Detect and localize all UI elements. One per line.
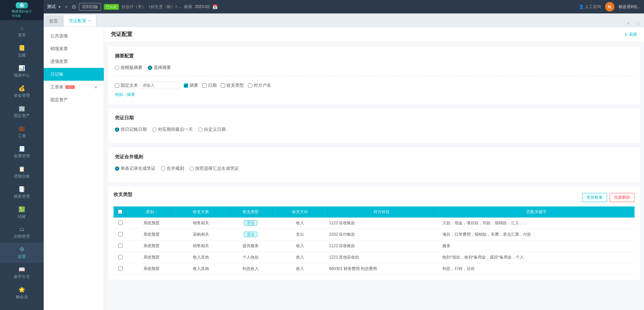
row-checkbox[interactable] (118, 221, 123, 225)
left-menu-label: 销项发票 (50, 46, 68, 52)
date-radio-custom[interactable]: 自定义日期 (198, 126, 226, 132)
left-menu-label: 日记账 (50, 71, 63, 77)
tab-close-icon[interactable]: × (88, 18, 91, 23)
sidebar-item-设置[interactable]: ⚙设置 (0, 243, 44, 263)
radio-input[interactable] (161, 166, 165, 171)
radio-input[interactable] (148, 66, 152, 70)
sidebar-item-资金管理[interactable]: 💰资金管理 (0, 82, 44, 102)
row-checkbox[interactable] (118, 243, 123, 248)
settings-icon[interactable]: ⚙ (72, 4, 76, 10)
left-menu-item-销项发票[interactable]: 销项发票 (44, 42, 104, 55)
sidebar-item-报表中心[interactable]: 📊报表中心 (0, 62, 44, 82)
checkbox-input[interactable] (221, 83, 225, 88)
add-icon[interactable]: ＋ (63, 3, 69, 10)
left-menu-item-进项发票[interactable]: 进项发票 (44, 55, 104, 68)
sidebar-item-总账[interactable]: 📒总账 (0, 41, 44, 62)
tab-首页[interactable]: 首页 (44, 16, 63, 27)
merge-radio-summary[interactable]: 按照选择汇总生成凭证 (189, 165, 239, 171)
close-window-button[interactable]: × (625, 20, 632, 27)
checkbox-input[interactable] (184, 83, 188, 88)
override-tag[interactable]: 置顶 (244, 232, 257, 237)
tab-凭证配置[interactable]: 凭证配置× (63, 15, 96, 27)
checkbox-label: 对方户名 (254, 82, 271, 88)
tab-label: 首页 (49, 18, 58, 24)
sidebar-item-首页[interactable]: ⌂首页 (0, 22, 44, 41)
refresh-button[interactable]: ↻ 刷新 (625, 32, 637, 37)
sidebar-item-税务管理[interactable]: 📑税务管理 (0, 183, 44, 203)
col-header-major: 收支大类 (176, 206, 226, 218)
sidebar-item-新手引导[interactable]: 📖新手引导 (0, 263, 44, 283)
cell-keywords: 服务 (438, 240, 634, 252)
left-menu-item-工资表[interactable]: 工资表NEW▾ (44, 81, 104, 93)
page-header: 凭证配置 ↻ 刷新 (104, 27, 644, 42)
checkbox-label: 摘要 (189, 82, 198, 88)
sidebar-item-畅会员[interactable]: 🌟畅会员 (0, 283, 44, 303)
sidebar-item-工资[interactable]: 💼工资 (0, 122, 44, 142)
summary-checkbox-摘要[interactable]: 摘要 (184, 82, 198, 88)
refresh-icon: ↻ (625, 32, 628, 37)
radio-label: 选择摘要 (154, 65, 171, 71)
cell-category: 系统预置 (127, 263, 176, 275)
update-count-button[interactable]: 更新数量 (582, 193, 607, 202)
nav-icon: 📖 (18, 266, 25, 273)
workspace-dropdown[interactable]: ▾ (58, 4, 61, 9)
col-header-keyword: 匹配关键字 (438, 206, 634, 218)
cell-account: 1122 应收账款 (325, 218, 438, 229)
left-menu-item-固定资产[interactable]: 固定资产 (44, 93, 104, 106)
maximize-window-button[interactable]: □ (635, 20, 641, 27)
radio-input[interactable] (152, 127, 157, 132)
checkbox-input[interactable] (248, 83, 252, 88)
row-checkbox[interactable] (118, 266, 123, 271)
radio-input[interactable] (189, 166, 194, 171)
select-all-checkbox[interactable] (118, 209, 122, 214)
income-expense-table: 类别 ↓ 收支大类 收支类型 收支方向 对方科目 匹配关键字 系统预置销售相关置… (114, 206, 635, 275)
batch-delete-button[interactable]: 批量删除 (610, 193, 635, 202)
col-header-account: 对方科目 (325, 206, 438, 218)
period-value: 2023-02 (195, 4, 210, 9)
merge-radio-merge[interactable]: 合并规则 (161, 165, 184, 171)
summary-checkbox-日期[interactable]: 日期 (202, 82, 217, 88)
old-version-button[interactable]: 切到旧版 (79, 3, 101, 11)
cell-keywords: 项目，日常费用，报销款，车费，承兑汇票，付款 (438, 229, 634, 240)
summary-checkbox-收支类型[interactable]: 收支类型 (221, 82, 244, 88)
row-checkbox[interactable] (118, 255, 123, 259)
radio-input[interactable] (115, 66, 119, 70)
merge-rules-radio-group: 单条记录生成凭证合并规则按照选择汇总生成凭证 (115, 165, 633, 171)
sidebar-item-进销台账[interactable]: 📋进销台账 (0, 162, 44, 183)
checkbox-label: 收支类型 (226, 82, 244, 88)
cell-keywords: 利息，行转，活存 (438, 263, 634, 275)
left-menu-item-日记账[interactable]: 日记账 (44, 68, 104, 81)
fixed-text-input[interactable] (139, 82, 180, 89)
override-tag[interactable]: 置顶 (244, 220, 257, 226)
calendar-icon[interactable]: 📅 (212, 4, 218, 9)
date-radio-last_day[interactable]: 对应期间最后一天 (152, 126, 193, 132)
left-menu-item-公共选项[interactable]: 公共选项 (44, 30, 104, 42)
radio-input[interactable] (198, 127, 203, 132)
cell-direction: 收入 (275, 263, 325, 275)
sidebar-item-归档管理[interactable]: 🗂归档管理 (0, 223, 44, 243)
cell-major: 销售相关 (176, 218, 226, 229)
consult-button[interactable]: 👤 人工咨询 (579, 4, 601, 10)
merge-radio-single[interactable]: 单条记录生成凭证 (115, 165, 156, 171)
summary-radio-select[interactable]: 选择摘要 (148, 65, 171, 71)
voucher-date-section: 凭证日期 按日记账日期对应期间最后一天自定义日期 (108, 108, 640, 143)
date-radio-journal[interactable]: 按日记账日期 (115, 126, 147, 132)
checkbox-input[interactable] (115, 83, 119, 88)
workspace-name: 测试 (47, 4, 56, 10)
nav-label: 报表中心 (14, 73, 30, 78)
summary-checkbox-对方户名[interactable]: 对方户名 (248, 82, 271, 88)
sidebar-item-结账[interactable]: 💹结账 (0, 203, 44, 223)
cell-major: 收入其他 (176, 252, 226, 263)
sidebar-item-发票管理[interactable]: 🧾发票管理 (0, 142, 44, 162)
sidebar-logo: 会 畅捷通好会计 专业版 (0, 0, 44, 20)
summary-checkbox-固定文本[interactable]: 固定文本 (115, 82, 180, 89)
row-checkbox[interactable] (118, 232, 123, 236)
cell-type: 利息收入 (226, 263, 275, 275)
radio-input[interactable] (115, 127, 119, 132)
summary-radio-template[interactable]: 按模版摘要 (115, 65, 142, 71)
voucher-date-radio-group: 按日记账日期对应期间最后一天自定义日期 (115, 126, 633, 132)
radio-input[interactable] (115, 166, 119, 171)
checkbox-input[interactable] (202, 83, 207, 88)
cell-direction: 收入 (275, 240, 325, 252)
sidebar-item-固定资产[interactable]: 🏢固定资产 (0, 102, 44, 122)
